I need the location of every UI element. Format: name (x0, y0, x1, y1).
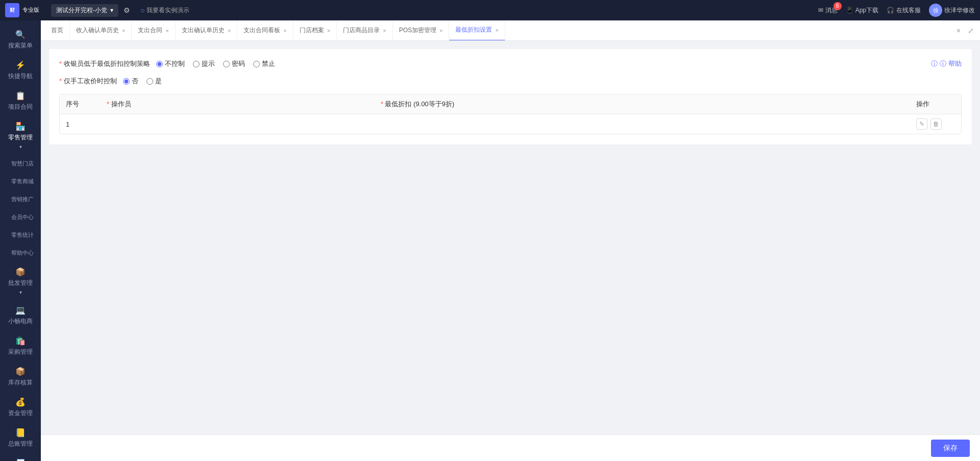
tab-payment-board[interactable]: 支出合同看板 × (237, 20, 293, 41)
tab-payment-confirm[interactable]: 支出确认单历史 × (176, 20, 237, 41)
sidebar-item-ecommerce[interactable]: 💻 小畅电商 (0, 300, 41, 331)
tab-min-discount-close[interactable]: × (495, 27, 498, 33)
customer-service-button[interactable]: 🎧 在线客服 (887, 6, 921, 15)
logo-text: 专业版 (22, 7, 39, 13)
app-download-button[interactable]: 📱 App下载 (846, 6, 878, 15)
cell-action-1: ✎ 🗑 (910, 114, 961, 134)
strategy-password[interactable]: 密码 (223, 59, 245, 68)
tab-close-all-button[interactable]: × (954, 26, 963, 36)
project-selector[interactable]: 测试分开完程-小党 ▾ (51, 4, 118, 17)
tab-home[interactable]: 首页 (45, 20, 70, 41)
topbar-right: ✉ 消息 8 📱 App下载 🎧 在线客服 徐 徐泽华修改 (818, 4, 975, 17)
sidebar-label-search: 搜索菜单 (8, 41, 33, 50)
sidebar-item-purchase[interactable]: 🛍️ 采购管理 (0, 331, 41, 361)
manual-no-radio[interactable] (123, 78, 130, 85)
page-area: 收银员低于最低折扣控制策略 不控制 提示 密码 (41, 41, 980, 434)
tab-payment-contract[interactable]: 支出合同 × (132, 20, 175, 41)
col-seq: 序号 (60, 94, 101, 114)
strategy-no-control-label: 不控制 (165, 59, 185, 68)
manual-yes-label: 是 (155, 77, 162, 86)
tab-pos-password-label: POS加密管理 (399, 26, 436, 35)
tab-min-discount-label: 最低折扣设置 (455, 26, 492, 34)
sidebar-item-stat[interactable]: 零售统计 (0, 226, 41, 244)
sidebar-label-shortcut: 快捷导航 (8, 72, 33, 81)
message-badge: 8 (834, 2, 842, 10)
search-icon: 🔍 (15, 30, 26, 39)
strategy-remind-radio[interactable] (193, 61, 200, 67)
sidebar-item-project[interactable]: 📋 项目合同 (0, 86, 41, 116)
finance-icon: 💰 (15, 397, 26, 407)
sidebar-item-invoice[interactable]: 🧾 发票管理 (0, 453, 41, 461)
main-content: 首页 收入确认单历史 × 支出合同 × 支出确认单历史 × 支出合同看板 × 门… (41, 20, 980, 461)
tabbar-actions: × ⤢ (954, 26, 976, 36)
tab-store-catalog-close[interactable]: × (383, 28, 386, 34)
sidebar-item-retail[interactable]: 🏪 零售管理 (0, 116, 41, 155)
sidebar-item-finance[interactable]: 💰 资金管理 (0, 392, 41, 423)
tab-payment-contract-close[interactable]: × (165, 28, 168, 34)
delete-row-button[interactable]: 🗑 (930, 118, 942, 130)
sidebar-item-ledger[interactable]: 📒 总账管理 (0, 423, 41, 453)
strategy-password-radio[interactable] (223, 61, 230, 67)
tab-home-label: 首页 (51, 26, 63, 35)
tab-income-history-close[interactable]: × (122, 28, 125, 34)
strategy-remind[interactable]: 提示 (193, 59, 215, 68)
tab-store-archive-label: 门店档案 (300, 26, 324, 35)
save-button[interactable]: 保存 (931, 440, 970, 457)
sidebar-item-shortcut[interactable]: ⚡ 快捷导航 (0, 55, 41, 86)
strategy-password-label: 密码 (232, 59, 245, 68)
manual-yes-radio[interactable] (146, 78, 153, 85)
settings-icon[interactable]: ⚙ (124, 6, 130, 14)
project-icon: 📋 (15, 91, 26, 101)
manual-price-label: 仅手工改价时控制 (59, 77, 117, 86)
online-shop-label: 零售商城 (11, 178, 34, 185)
sidebar-label-project: 项目合同 (8, 103, 33, 111)
tab-payment-confirm-close[interactable]: × (228, 28, 231, 34)
help-text: ⓘ 帮助 (940, 59, 962, 68)
logo: 财 专业版 (5, 3, 46, 17)
tab-store-archive-close[interactable]: × (327, 28, 330, 34)
service-icon: 🎧 (887, 7, 894, 14)
sidebar-item-marketing[interactable]: 营销推广 (0, 190, 41, 208)
tab-payment-confirm-label: 支出确认单历史 (182, 26, 225, 35)
sidebar-item-inventory[interactable]: 📦 库存核算 (0, 361, 41, 392)
manual-price-row: 仅手工改价时控制 否 是 (59, 77, 962, 86)
strategy-no-control[interactable]: 不控制 (156, 59, 185, 68)
tab-store-catalog[interactable]: 门店商品目录 × (337, 20, 393, 41)
sidebar-item-help-center[interactable]: 帮助中心 (0, 244, 41, 262)
strategy-forbid[interactable]: 禁止 (253, 59, 275, 68)
sidebar-item-member[interactable]: 会员中心 (0, 208, 41, 226)
help-link[interactable]: ⓘ ⓘ 帮助 (931, 59, 962, 68)
col-discount: 最低折扣 (9.00等于9折) (375, 94, 910, 114)
sidebar-item-search[interactable]: 🔍 搜索菜单 (0, 25, 41, 55)
user-menu-button[interactable]: 徐 徐泽华修改 (929, 4, 975, 17)
tab-expand-button[interactable]: ⤢ (966, 26, 976, 36)
app-label: App下载 (855, 6, 878, 15)
tab-income-history[interactable]: 收入确认单历史 × (70, 20, 132, 41)
demo-link[interactable]: 我要看实例演示 (140, 6, 189, 15)
sidebar-label-ledger: 总账管理 (8, 440, 33, 448)
tab-pos-password[interactable]: POS加密管理 × (393, 20, 450, 41)
strategy-no-control-radio[interactable] (156, 61, 163, 67)
strategy-forbid-radio[interactable] (253, 61, 260, 67)
smart-store-label: 智慧门店 (11, 160, 34, 167)
sidebar-item-smart-store[interactable]: 智慧门店 (0, 155, 41, 173)
cell-discount-1 (375, 120, 910, 128)
tab-store-archive[interactable]: 门店档案 × (293, 20, 337, 41)
message-icon: ✉ (818, 7, 823, 14)
edit-row-button[interactable]: ✎ (916, 118, 927, 130)
tab-pos-password-close[interactable]: × (439, 28, 443, 34)
tab-payment-board-close[interactable]: × (283, 28, 286, 34)
dropdown-icon: ▾ (110, 7, 113, 14)
sidebar-item-online-shop[interactable]: 零售商城 (0, 173, 41, 190)
wholesale-icon: 📦 (15, 267, 26, 277)
app-icon: 📱 (846, 7, 853, 14)
sidebar: 🔍 搜索菜单 ⚡ 快捷导航 📋 项目合同 🏪 零售管理 智慧门店 零售商城 营销… (0, 20, 41, 461)
shortcut-icon: ⚡ (15, 60, 26, 70)
manual-yes[interactable]: 是 (146, 77, 162, 86)
manual-no[interactable]: 否 (123, 77, 138, 86)
tab-min-discount[interactable]: 最低折扣设置 × (449, 20, 505, 41)
col-operator: 操作员 (101, 94, 375, 114)
strategy-forbid-label: 禁止 (262, 59, 275, 68)
message-button[interactable]: ✉ 消息 8 (818, 6, 838, 15)
sidebar-item-wholesale[interactable]: 📦 批发管理 (0, 262, 41, 300)
